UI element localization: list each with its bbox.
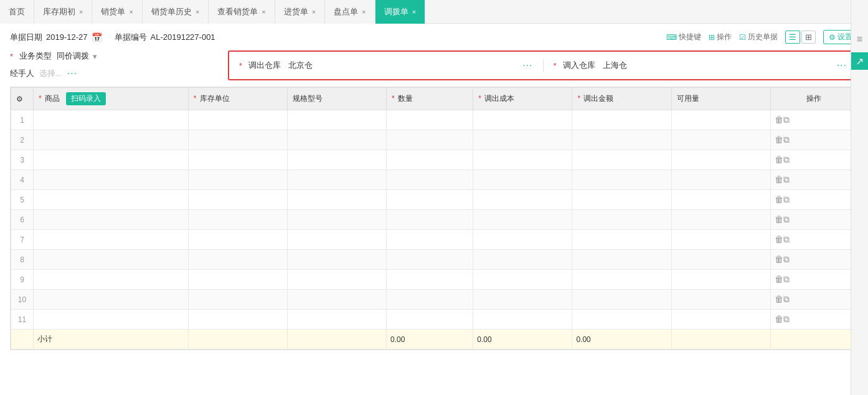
amount-cell[interactable] xyxy=(572,190,671,210)
cost-cell[interactable] xyxy=(473,150,572,170)
qty-cell[interactable] xyxy=(387,130,473,150)
product-cell[interactable] xyxy=(34,130,189,150)
unit-cell[interactable] xyxy=(188,210,287,230)
product-cell[interactable] xyxy=(34,250,189,270)
available-cell[interactable] xyxy=(671,210,770,230)
copy-icon[interactable]: ⧉ xyxy=(783,214,790,225)
unit-cell[interactable] xyxy=(188,130,287,150)
delete-icon[interactable]: 🗑 xyxy=(775,135,783,145)
available-cell[interactable] xyxy=(671,190,770,210)
unit-cell[interactable] xyxy=(188,270,287,290)
cost-cell[interactable] xyxy=(473,230,572,250)
delete-icon[interactable]: 🗑 xyxy=(775,254,783,264)
spec-cell[interactable] xyxy=(287,150,386,170)
spec-cell[interactable] xyxy=(287,110,386,130)
unit-cell[interactable] xyxy=(188,290,287,310)
product-cell[interactable] xyxy=(34,230,189,250)
unit-cell[interactable] xyxy=(188,230,287,250)
cost-cell[interactable] xyxy=(473,290,572,310)
qty-cell[interactable] xyxy=(387,170,473,190)
product-cell[interactable] xyxy=(34,190,189,210)
product-cell[interactable] xyxy=(34,270,189,290)
amount-cell[interactable] xyxy=(572,310,671,330)
unit-cell[interactable] xyxy=(188,190,287,210)
close-icon[interactable]: × xyxy=(412,8,416,16)
close-icon[interactable]: × xyxy=(79,8,83,16)
cost-cell[interactable] xyxy=(473,170,572,190)
available-cell[interactable] xyxy=(671,230,770,250)
delete-icon[interactable]: 🗑 xyxy=(775,234,783,244)
qty-cell[interactable] xyxy=(387,290,473,310)
copy-icon[interactable]: ⧉ xyxy=(783,234,790,245)
tab-sales-history[interactable]: 销货单历史 × xyxy=(143,0,209,24)
delete-icon[interactable]: 🗑 xyxy=(775,314,783,324)
available-cell[interactable] xyxy=(671,290,770,310)
product-cell[interactable] xyxy=(34,170,189,190)
product-cell[interactable] xyxy=(34,210,189,230)
delete-icon[interactable]: 🗑 xyxy=(775,294,783,304)
tab-inventory-init[interactable]: 库存期初 × xyxy=(34,0,92,24)
product-cell[interactable] xyxy=(34,150,189,170)
spec-cell[interactable] xyxy=(287,170,386,190)
amount-cell[interactable] xyxy=(572,130,671,150)
close-icon[interactable]: × xyxy=(262,8,265,16)
close-icon[interactable]: × xyxy=(362,8,366,16)
delete-icon[interactable]: 🗑 xyxy=(775,174,783,184)
unit-cell[interactable] xyxy=(188,110,287,130)
copy-icon[interactable]: ⧉ xyxy=(783,135,790,145)
copy-icon[interactable]: ⧉ xyxy=(783,254,790,265)
qty-cell[interactable] xyxy=(387,270,473,290)
handler-more-btn[interactable]: ··· xyxy=(67,68,77,79)
available-cell[interactable] xyxy=(671,170,770,190)
transfer-out-more-btn[interactable]: ··· xyxy=(522,60,532,71)
tab-transfer-order[interactable]: 调拨单 × xyxy=(375,0,425,24)
available-cell[interactable] xyxy=(671,310,770,330)
tab-home[interactable]: 首页 xyxy=(0,0,34,24)
cost-cell[interactable] xyxy=(473,110,572,130)
available-cell[interactable] xyxy=(671,270,770,290)
spec-cell[interactable] xyxy=(287,250,386,270)
available-cell[interactable] xyxy=(671,250,770,270)
delete-icon[interactable]: 🗑 xyxy=(775,214,783,224)
tab-view-sales[interactable]: 查看销货单 × xyxy=(209,0,275,24)
copy-icon[interactable]: ⧉ xyxy=(783,174,790,185)
amount-cell[interactable] xyxy=(572,290,671,310)
qty-cell[interactable] xyxy=(387,150,473,170)
close-icon[interactable]: × xyxy=(196,8,199,16)
cost-cell[interactable] xyxy=(473,130,572,150)
business-type-select[interactable]: 同价调拨 ▾ xyxy=(57,50,156,62)
qty-cell[interactable] xyxy=(387,310,473,330)
copy-icon[interactable]: ⧉ xyxy=(783,314,790,325)
tab-inventory-check[interactable]: 盘点单 × xyxy=(325,0,375,24)
cost-cell[interactable] xyxy=(473,270,572,290)
sidebar-list-icon[interactable]: ≡ xyxy=(857,31,862,47)
product-cell[interactable] xyxy=(34,290,189,310)
spec-cell[interactable] xyxy=(287,290,386,310)
delete-icon[interactable]: 🗑 xyxy=(775,274,783,284)
transfer-in-more-btn[interactable]: ··· xyxy=(837,60,847,71)
close-icon[interactable]: × xyxy=(129,8,133,16)
tab-purchase-order[interactable]: 进货单 × xyxy=(275,0,325,24)
amount-cell[interactable] xyxy=(572,110,671,130)
unit-cell[interactable] xyxy=(188,170,287,190)
copy-icon[interactable]: ⧉ xyxy=(783,294,790,305)
qty-cell[interactable] xyxy=(387,210,473,230)
amount-cell[interactable] xyxy=(572,270,671,290)
delete-icon[interactable]: 🗑 xyxy=(775,155,783,164)
qty-cell[interactable] xyxy=(387,250,473,270)
amount-cell[interactable] xyxy=(572,230,671,250)
amount-cell[interactable] xyxy=(572,210,671,230)
settings-col-header[interactable]: ⚙ xyxy=(11,88,34,110)
available-cell[interactable] xyxy=(671,150,770,170)
available-cell[interactable] xyxy=(671,130,770,150)
shortcuts-btn[interactable]: ⌨ 快捷键 xyxy=(666,32,701,42)
cost-cell[interactable] xyxy=(473,310,572,330)
history-btn[interactable]: ☑ 历史单据 xyxy=(739,32,778,42)
cost-cell[interactable] xyxy=(473,210,572,230)
delete-icon[interactable]: 🗑 xyxy=(775,194,783,204)
tab-sales-order[interactable]: 销货单 × xyxy=(92,0,142,24)
cost-cell[interactable] xyxy=(473,250,572,270)
scan-entry-button[interactable]: 扫码录入 xyxy=(66,92,106,105)
sidebar-export-icon[interactable]: ↗ xyxy=(851,52,869,70)
product-cell[interactable] xyxy=(34,110,189,130)
